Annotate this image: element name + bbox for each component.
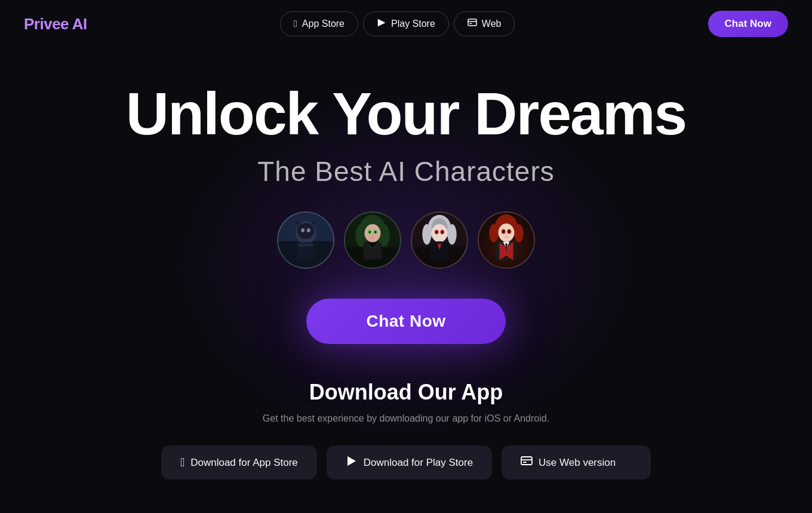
svg-rect-50 [521,457,532,465]
hero-subtitle: The Best AI Characters [257,155,555,188]
svg-point-18 [365,224,381,242]
svg-point-42 [514,224,523,242]
play-store-download-button[interactable]: Download for Play Store [327,446,492,480]
header-chat-now-button[interactable]: Chat Now [708,11,788,37]
avatar-2 [344,211,401,269]
app-store-download-label: Download for App Store [190,457,298,469]
svg-point-46 [503,231,505,233]
avatars-row [277,211,535,269]
svg-rect-0 [468,19,476,26]
web-version-label: Use Web version [539,457,616,469]
svg-point-41 [489,224,498,242]
hero-chat-now-label: Chat Now [366,312,445,330]
svg-point-22 [374,231,376,234]
app-store-label: App Store [302,19,345,29]
web-version-button[interactable]: Use Web version [502,446,651,480]
hero-title: Unlock Your Dreams [126,84,686,143]
main-content: Unlock Your Dreams The Best AI Character… [0,48,812,513]
svg-point-47 [508,231,510,233]
download-buttons:  Download for App Store Download for Pl… [161,446,651,480]
avatar-3 [411,211,468,269]
app-store-download-button[interactable]:  Download for App Store [161,446,317,480]
svg-rect-12 [299,244,313,247]
svg-point-29 [447,224,456,245]
web-icon [467,18,477,30]
avatar-4 [478,211,535,269]
svg-point-31 [432,224,448,242]
apple-download-icon:  [180,456,184,469]
logo: Privee AI [24,15,87,33]
web-label: Web [482,19,502,29]
svg-point-34 [436,231,438,234]
avatar-1 [277,211,334,269]
app-store-nav-button[interactable]:  App Store [280,11,358,36]
svg-point-6 [297,223,315,239]
download-title: Download Our App [309,380,503,405]
play-download-icon [346,455,358,470]
apple-icon:  [294,19,297,29]
svg-point-35 [441,231,443,234]
svg-rect-37 [436,241,442,244]
svg-point-9 [301,228,304,232]
play-store-nav-button[interactable]: Play Store [363,11,449,36]
web-nav-button[interactable]: Web [454,11,515,36]
svg-point-28 [422,224,431,245]
download-subtitle: Get the best experience by downloading o… [263,413,549,424]
header-chat-now-label: Chat Now [725,18,771,29]
svg-point-21 [369,231,371,234]
svg-point-10 [307,228,310,232]
svg-point-23 [372,235,374,236]
header: Privee AI  App Store Play Store Web [0,0,812,48]
play-icon [377,18,386,30]
web-download-icon [521,455,533,470]
svg-point-48 [506,234,508,235]
hero-chat-now-button[interactable]: Chat Now [306,299,505,344]
play-store-label: Play Store [391,19,435,29]
nav-buttons:  App Store Play Store Web [280,11,515,36]
svg-point-43 [499,223,515,242]
play-store-download-label: Download for Play Store [364,457,473,469]
